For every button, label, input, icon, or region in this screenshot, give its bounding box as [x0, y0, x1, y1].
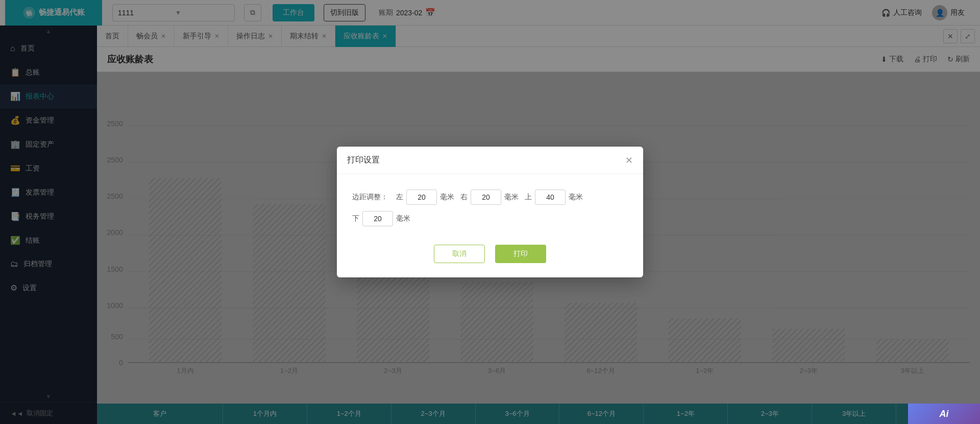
top-margin-label: 上 — [525, 193, 532, 202]
bottom-margin-input[interactable] — [362, 211, 393, 226]
top-margin-unit: 毫米 — [569, 193, 583, 202]
right-margin-unit: 毫米 — [504, 193, 519, 202]
left-margin-unit: 毫米 — [440, 193, 454, 202]
dialog-cancel-button[interactable]: 取消 — [434, 245, 485, 263]
print-settings-modal: 打印设置 ✕ 边距调整： 左 毫米 右 毫米 — [337, 147, 643, 277]
margin-adjust-label: 边距调整： — [352, 193, 388, 202]
top-margin-input[interactable] — [535, 190, 566, 205]
left-margin-input[interactable] — [406, 190, 437, 205]
right-margin-input[interactable] — [471, 190, 501, 205]
modal-title: 打印设置 — [347, 155, 380, 166]
modal-close-button[interactable]: ✕ — [625, 156, 633, 165]
left-margin-label: 左 — [396, 193, 403, 202]
ai-badge[interactable]: Ai — [908, 404, 980, 424]
right-margin-label: 右 — [460, 193, 468, 202]
modal-header: 打印设置 ✕ — [337, 147, 643, 174]
modal-overlay[interactable]: 打印设置 ✕ 边距调整： 左 毫米 右 毫米 — [0, 0, 980, 424]
bottom-margin-label: 下 — [352, 214, 359, 223]
bottom-margin-unit: 毫米 — [396, 214, 410, 223]
dialog-print-button[interactable]: 打印 — [495, 245, 546, 263]
modal-body: 边距调整： 左 毫米 右 毫米 上 毫米 — [337, 174, 643, 237]
ai-badge-label: Ai — [940, 409, 949, 419]
